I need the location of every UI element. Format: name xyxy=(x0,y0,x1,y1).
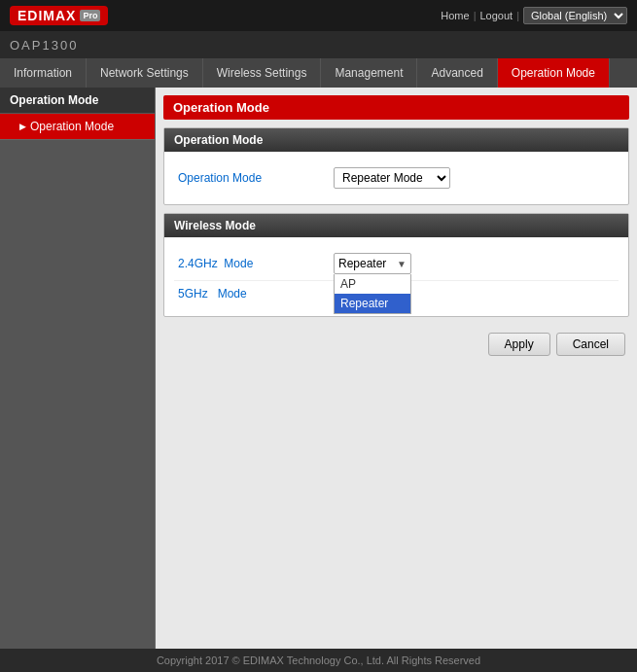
device-bar: OAP1300 xyxy=(0,31,637,58)
2ghz-dropdown-wrapper: Repeater ▼ AP Repeater xyxy=(334,253,411,274)
sidebar-item-operation-mode[interactable]: ▶ Operation Mode xyxy=(0,114,155,140)
cancel-button[interactable]: Cancel xyxy=(556,333,625,356)
apply-button[interactable]: Apply xyxy=(488,333,550,356)
wireless-mode-section-body: 2.4GHz Mode Repeater ▼ AP Repeater xyxy=(164,237,628,316)
content-area: Operation Mode Operation Mode Operation … xyxy=(156,88,637,649)
footer: Copyright 2017 © EDIMAX Technology Co., … xyxy=(0,649,637,672)
nav-item-network[interactable]: Network Settings xyxy=(87,58,203,88)
2ghz-option-ap[interactable]: AP xyxy=(335,274,410,294)
wireless-mode-section-header: Wireless Mode xyxy=(164,214,628,237)
home-link[interactable]: Home xyxy=(441,10,469,21)
sidebar-group-title: Operation Mode xyxy=(0,88,155,114)
sidebar-arrow-icon: ▶ xyxy=(19,122,26,131)
2ghz-label: 2.4GHz Mode xyxy=(178,257,334,270)
sidebar: Operation Mode ▶ Operation Mode xyxy=(0,88,156,649)
sidebar-item-label: Operation Mode xyxy=(30,120,114,133)
2ghz-option-repeater[interactable]: Repeater xyxy=(335,294,410,313)
operation-mode-label: Operation Mode xyxy=(178,171,334,185)
logo-pro: Pro xyxy=(80,10,100,21)
2ghz-link[interactable]: 2.4GHz Mode xyxy=(178,257,253,270)
2ghz-dropdown-menu: AP Repeater xyxy=(334,274,411,314)
5ghz-label: 5GHz Mode xyxy=(178,287,334,301)
5ghz-link[interactable]: 5GHz Mode xyxy=(178,287,247,301)
main-area: Operation Mode ▶ Operation Mode Operatio… xyxy=(0,88,637,649)
sep2: | xyxy=(516,10,519,21)
nav-item-management[interactable]: Management xyxy=(321,58,417,88)
nav-item-operation[interactable]: Operation Mode xyxy=(498,58,610,88)
button-row: Apply Cancel xyxy=(163,325,629,364)
logo: EDIMAX Pro xyxy=(10,6,108,25)
logo-text: EDIMAX xyxy=(18,8,76,23)
device-name: OAP1300 xyxy=(10,38,78,53)
top-links: Home | Logout | Global (English) xyxy=(441,7,627,24)
page-header: Operation Mode xyxy=(163,95,629,120)
nav-bar: Information Network Settings Wireless Se… xyxy=(0,58,637,88)
wireless-mode-section: Wireless Mode 2.4GHz Mode Repeater ▼ xyxy=(163,213,629,317)
2ghz-dropdown-arrow-icon: ▼ xyxy=(397,259,407,269)
nav-item-advanced[interactable]: Advanced xyxy=(417,58,497,88)
logout-link[interactable]: Logout xyxy=(479,10,513,21)
footer-text: Copyright 2017 © EDIMAX Technology Co., … xyxy=(157,654,480,666)
logo-area: EDIMAX Pro xyxy=(10,6,108,25)
operation-mode-value: AP Mode Repeater Mode Client Mode xyxy=(334,167,615,189)
operation-mode-link[interactable]: Operation Mode xyxy=(178,171,262,185)
top-bar: EDIMAX Pro Home | Logout | Global (Engli… xyxy=(0,0,637,31)
operation-mode-section-body: Operation Mode AP Mode Repeater Mode Cli… xyxy=(164,152,628,204)
2ghz-value: Repeater ▼ AP Repeater xyxy=(334,253,615,274)
operation-mode-field-row: Operation Mode AP Mode Repeater Mode Cli… xyxy=(174,161,619,195)
operation-mode-section: Operation Mode Operation Mode AP Mode Re… xyxy=(163,127,629,205)
sep1: | xyxy=(474,10,477,21)
operation-mode-select[interactable]: AP Mode Repeater Mode Client Mode xyxy=(334,167,450,189)
2ghz-field-row: 2.4GHz Mode Repeater ▼ AP Repeater xyxy=(174,247,619,281)
language-select[interactable]: Global (English) xyxy=(523,7,627,24)
2ghz-dropdown-label: Repeater xyxy=(338,257,386,270)
2ghz-dropdown-trigger[interactable]: Repeater ▼ xyxy=(334,253,411,274)
operation-mode-section-header: Operation Mode xyxy=(164,128,628,152)
nav-item-wireless[interactable]: Wireless Settings xyxy=(203,58,322,88)
nav-item-information[interactable]: Information xyxy=(0,58,87,88)
